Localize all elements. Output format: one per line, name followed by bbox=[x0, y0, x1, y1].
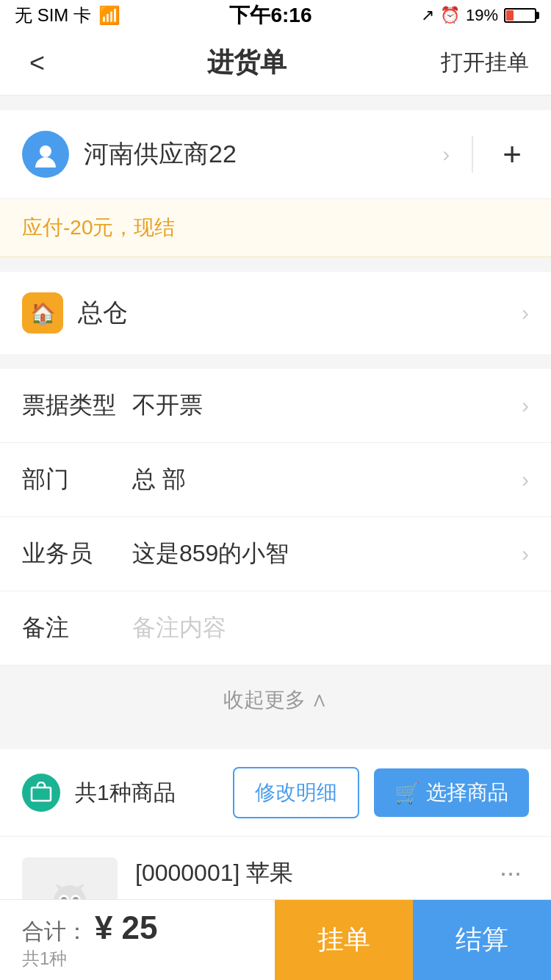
alarm-icon: ⏰ bbox=[440, 6, 460, 25]
open-hold-button[interactable]: 打开挂单 bbox=[441, 48, 529, 78]
warehouse-section: 🏠 总仓 › bbox=[0, 272, 551, 354]
collapse-row[interactable]: 收起更多 ∧ bbox=[0, 666, 551, 735]
total-row: 合计： ¥ 25 bbox=[22, 909, 253, 947]
products-count: 共1种商品 bbox=[75, 778, 233, 808]
warehouse-row[interactable]: 🏠 总仓 › bbox=[0, 272, 551, 354]
warehouse-icon: 🏠 bbox=[22, 292, 63, 334]
products-icon bbox=[22, 774, 60, 812]
nav-bar: < 进货单 打开挂单 bbox=[0, 31, 551, 96]
department-chevron-icon: › bbox=[522, 467, 529, 492]
payment-notice: 应付-20元，现结 bbox=[0, 199, 551, 257]
total-section: 合计： ¥ 25 共1种 bbox=[0, 909, 275, 970]
status-left: 无 SIM 卡 📶 bbox=[15, 4, 120, 27]
back-button[interactable]: < bbox=[22, 40, 52, 86]
salesman-label: 业务员 bbox=[22, 538, 132, 570]
department-row[interactable]: 部门 总 部 › bbox=[0, 443, 551, 517]
remark-row[interactable]: 备注 备注内容 bbox=[0, 591, 551, 666]
total-label: 合计： bbox=[22, 919, 88, 943]
invoice-chevron-icon: › bbox=[522, 393, 529, 418]
settle-button[interactable]: 结算 bbox=[413, 900, 551, 981]
location-icon: ↗ bbox=[421, 6, 434, 25]
page-title: 进货单 bbox=[207, 45, 287, 81]
hold-button[interactable]: 挂单 bbox=[275, 900, 413, 981]
battery-label: 19% bbox=[466, 6, 498, 25]
invoice-type-row[interactable]: 票据类型 不开票 › bbox=[0, 369, 551, 443]
carrier-label: 无 SIM 卡 bbox=[15, 4, 91, 27]
form-section: 票据类型 不开票 › 部门 总 部 › 业务员 这是859的小智 › 备注 备注… bbox=[0, 369, 551, 666]
section-gap-3 bbox=[0, 354, 551, 369]
remark-input[interactable]: 备注内容 bbox=[132, 612, 529, 644]
warehouse-name: 总仓 bbox=[78, 296, 522, 330]
section-gap-4 bbox=[0, 735, 551, 749]
invoice-type-label: 票据类型 bbox=[22, 389, 132, 422]
total-amount: ¥ 25 bbox=[95, 909, 158, 945]
total-count: 共1种 bbox=[22, 947, 253, 970]
products-header: 共1种商品 修改明细 🛒 选择商品 bbox=[0, 749, 551, 837]
add-supplier-button[interactable]: + bbox=[495, 136, 529, 173]
bottom-bar: 合计： ¥ 25 共1种 挂单 结算 bbox=[0, 899, 551, 980]
supplier-section: 河南供应商22 › + 应付-20元，现结 bbox=[0, 110, 551, 257]
department-label: 部门 bbox=[22, 464, 132, 496]
remark-label: 备注 bbox=[22, 612, 132, 644]
select-product-button[interactable]: 🛒 选择商品 bbox=[374, 768, 529, 817]
status-time: 下午6:16 bbox=[229, 1, 311, 29]
wifi-icon: 📶 bbox=[98, 5, 120, 26]
product-menu-button[interactable]: ··· bbox=[492, 857, 529, 888]
product-name: [0000001] 苹果 bbox=[135, 857, 492, 890]
supplier-name: 河南供应商22 bbox=[84, 137, 442, 171]
section-gap-1 bbox=[0, 96, 551, 110]
edit-detail-button[interactable]: 修改明细 bbox=[233, 767, 359, 818]
svg-rect-1 bbox=[32, 788, 51, 801]
salesman-chevron-icon: › bbox=[522, 541, 529, 566]
section-gap-2 bbox=[0, 257, 551, 272]
status-bar: 无 SIM 卡 📶 下午6:16 ↗ ⏰ 19% bbox=[0, 0, 551, 31]
department-value: 总 部 bbox=[132, 464, 522, 496]
svg-point-0 bbox=[40, 145, 51, 157]
salesman-value: 这是859的小智 bbox=[132, 538, 522, 570]
supplier-avatar bbox=[22, 131, 69, 178]
product-code: [0000001] 苹果 bbox=[135, 860, 293, 886]
supplier-divider bbox=[472, 136, 473, 173]
battery-icon bbox=[504, 8, 536, 23]
warehouse-chevron-icon: › bbox=[522, 300, 529, 325]
status-right: ↗ ⏰ 19% bbox=[421, 6, 536, 25]
supplier-chevron-icon: › bbox=[442, 142, 450, 167]
salesman-row[interactable]: 业务员 这是859的小智 › bbox=[0, 517, 551, 591]
invoice-type-value: 不开票 bbox=[132, 389, 522, 422]
cart-icon: 🛒 bbox=[395, 781, 420, 805]
supplier-row[interactable]: 河南供应商22 › + bbox=[0, 110, 551, 199]
